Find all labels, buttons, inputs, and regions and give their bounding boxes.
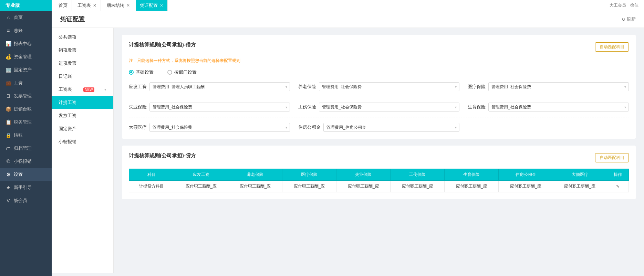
sidebar-item-label: 固定资产 (14, 67, 32, 73)
credit-section-header: 计提核算规则(公司承担)-贷方 自动匹配科目 (129, 152, 629, 163)
ledger-icon: ≡ (6, 28, 11, 33)
form-row-2: 失业保险 管理费用_社会保险费 ▾ 工伤保险 (129, 103, 629, 112)
sidebar-item-tax[interactable]: 📋 税务管理 (0, 116, 52, 129)
td-unemployment-val: 应付职工薪酬_应 (336, 181, 391, 192)
xiaochang-icon: © (6, 159, 11, 164)
field-housing-fund: 住房公积金 管理费用_住房公积金 ▾ (298, 123, 459, 132)
th-salary: 应发工资 (174, 169, 228, 181)
sidebar-item-fund[interactable]: 💰 资金管理 (0, 50, 52, 63)
refresh-label: 刷新 (627, 16, 636, 22)
inventory-icon: 📦 (6, 106, 11, 112)
tab-salary-table[interactable]: 工资表 ✕ (73, 0, 101, 11)
injury-select[interactable]: 管理费用_社会保险费 (319, 103, 459, 112)
tab-voucher-config-close-icon[interactable]: ✕ (160, 3, 163, 8)
unemployment-select[interactable]: 管理费用_社会保险费 (149, 103, 290, 112)
tab-home[interactable]: 首页 (54, 0, 72, 11)
tab-period-close-icon[interactable]: ✕ (126, 3, 130, 8)
sidebar-item-report[interactable]: 📊 报表中心 (0, 37, 52, 50)
debit-auto-match-button[interactable]: 自动匹配科目 (595, 42, 629, 52)
salary-icon: 💼 (6, 80, 11, 86)
sidebar-item-label: 报表中心 (14, 41, 32, 47)
username-label: 徐佳 (630, 2, 638, 8)
tab-bar: 首页 工资表 ✕ 期末结转 ✕ 凭证配置 ✕ 大工会员 徐佳 (52, 0, 644, 11)
pension-select-wrapper: 管理费用_社会保险费 ▾ (319, 82, 459, 91)
page-content: 凭证配置 ↻ 刷新 公共选项 销项发票 进项发票 日记账 (52, 11, 644, 276)
radio-basic-circle (129, 70, 134, 75)
housing-fund-select-wrapper: 管理费用_住房公积金 ▾ (323, 123, 459, 132)
left-nav-public[interactable]: 公共选项 (52, 31, 113, 44)
radio-basic-label: 基础设置 (136, 69, 154, 75)
field-pension: 养老保险 管理费用_社会保险费 ▾ (298, 82, 459, 91)
tab-period-close-label: 期末结转 (106, 2, 124, 9)
tab-home-label: 首页 (59, 2, 67, 9)
new-badge: NEW (83, 87, 94, 92)
sidebar-item-closing[interactable]: 🔒 结账 (0, 129, 52, 142)
settings-icon: ⚙ (6, 172, 11, 177)
sidebar-item-inventory[interactable]: 📦 进销台账 (0, 103, 52, 116)
salary-select[interactable]: 管理费用_管理人员职工薪酬 (149, 82, 290, 91)
page-title: 凭证配置 (60, 15, 85, 23)
sidebar-item-xiaochang[interactable]: © 小畅报销 (0, 155, 52, 168)
sidebar: 专业版 ⌂ 首页 ≡ 总账 📊 报表中心 💰 资金管理 🏢 固定资产 💼 工资 … (0, 0, 52, 276)
tax-icon: 📋 (6, 119, 11, 125)
housing-fund-label: 住房公积金 (298, 124, 321, 130)
pension-label: 养老保险 (298, 84, 316, 90)
debit-section-header: 计提核算规则(公司承担)-借方 自动匹配科目 (129, 42, 629, 52)
left-nav-purchase-invoice[interactable]: 进项发票 (52, 57, 113, 70)
sidebar-item-vip[interactable]: V 畅会员 (0, 194, 52, 207)
sidebar-item-settings[interactable]: ⚙ 设置 (0, 168, 52, 181)
maternity-select[interactable]: 管理费用_社会保险费 (488, 103, 629, 112)
radio-basic[interactable]: 基础设置 (129, 69, 154, 75)
sidebar-item-ledger[interactable]: ≡ 总账 (0, 24, 52, 37)
pension-select[interactable]: 管理费用_社会保险费 (319, 82, 459, 91)
archive-icon: 🗃 (6, 146, 11, 151)
tab-salary-close-icon[interactable]: ✕ (93, 3, 96, 8)
sidebar-item-salary[interactable]: 💼 工资 (0, 76, 52, 89)
td-medical-val: 应付职工薪酬_应 (282, 181, 336, 192)
tab-voucher-config[interactable]: 凭证配置 ✕ (136, 0, 168, 11)
edit-icon[interactable]: ✎ (616, 184, 620, 189)
fund-icon: 💰 (6, 54, 11, 60)
field-unemployment: 失业保险 管理费用_社会保险费 ▾ (129, 103, 290, 112)
left-nav-sales-invoice[interactable]: 销项发票 (52, 44, 113, 57)
table-header-row: 科目 应发工资 养老保险 医疗保险 失业保险 工伤保险 生育保险 住房公积金 大… (129, 169, 629, 181)
debit-section: 计提核算规则(公司承担)-借方 自动匹配科目 注：只能选择一种方式，系统将按照您… (122, 35, 636, 139)
sidebar-item-guide[interactable]: ★ 新手引导 (0, 181, 52, 194)
th-major-medical: 大额医疗 (553, 169, 607, 181)
refresh-button[interactable]: ↻ 刷新 (622, 16, 636, 22)
left-nav: 公共选项 销项发票 进项发票 日记账 工资表 NEW ▾ 计提工资 (52, 28, 114, 273)
left-nav-xiaochang[interactable]: 小畅报销 (52, 135, 113, 148)
left-nav-calc-salary[interactable]: 计提工资 (52, 96, 113, 109)
content-layout: 公共选项 销项发票 进项发票 日记账 工资表 NEW ▾ 计提工资 (52, 28, 644, 273)
housing-fund-select[interactable]: 管理费用_住房公积金 (323, 123, 459, 132)
vip-icon: V (6, 198, 11, 203)
left-nav-pay-salary[interactable]: 发放工资 (52, 109, 113, 122)
td-subject: 计提贷方科目 (129, 181, 174, 192)
debit-section-note: 注：只能选择一种方式，系统将按照您当前的选择来配置规则 (129, 58, 629, 64)
td-injury-val: 应付职工薪酬_应 (391, 181, 445, 192)
asset-icon: 🏢 (6, 67, 11, 73)
sidebar-item-asset[interactable]: 🏢 固定资产 (0, 63, 52, 76)
sidebar-item-label: 畅会员 (14, 198, 27, 204)
credit-auto-match-button[interactable]: 自动匹配科目 (595, 153, 629, 162)
sidebar-item-invoice[interactable]: 🗒 发票管理 (0, 89, 52, 103)
radio-dept[interactable]: 按部门设置 (167, 69, 197, 75)
left-nav-journal[interactable]: 日记账 (52, 70, 113, 83)
radio-group: 基础设置 按部门设置 (129, 69, 629, 75)
brand-logo: 专业版 (0, 0, 52, 11)
maternity-select-wrapper: 管理费用_社会保险费 ▾ (488, 103, 629, 112)
salary-select-wrapper: 管理费用_管理人员职工薪酬 ▾ (149, 82, 290, 91)
divider-1 (129, 97, 629, 97)
medical-select[interactable]: 管理费用_社会保险费 (488, 82, 629, 91)
th-action: 操作 (607, 169, 629, 181)
credit-section: 计提核算规则(公司承担)-贷方 自动匹配科目 科目 应发工资 养老保险 医疗保险… (122, 146, 636, 199)
tab-period-close[interactable]: 期末结转 ✕ (102, 0, 134, 11)
sidebar-item-archive[interactable]: 🗃 归档管理 (0, 142, 52, 155)
td-action[interactable]: ✎ (607, 181, 629, 192)
tab-voucher-config-label: 凭证配置 (140, 2, 158, 9)
left-nav-fixed-asset[interactable]: 固定资产 (52, 122, 113, 135)
major-medical-label: 大额医疗 (129, 124, 147, 130)
major-medical-select[interactable]: 管理费用_社会保险费 (149, 123, 290, 132)
left-nav-salary-table[interactable]: 工资表 NEW ▾ (52, 83, 113, 96)
sidebar-item-home[interactable]: ⌂ 首页 (0, 11, 52, 24)
